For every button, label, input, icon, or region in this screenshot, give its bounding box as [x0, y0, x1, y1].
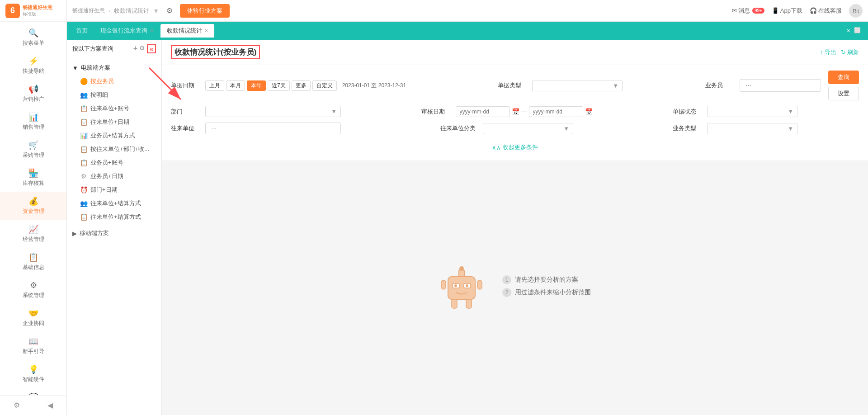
query-button[interactable]: 查询 — [828, 71, 859, 84]
scheme-unit-settlement1-icon: 👥 — [80, 200, 88, 207]
sidebar-item-inventory[interactable]: 🏪 库存核算 — [0, 164, 66, 192]
online-service-btn[interactable]: 🎧 在线客服 — [810, 7, 842, 15]
date-btn-7days[interactable]: 近7天 — [268, 80, 290, 91]
scheme-header-actions: + ⚙ « — [133, 44, 156, 53]
service-icon: 🎧 — [810, 7, 817, 14]
svg-rect-9 — [452, 299, 457, 308]
sidebar-item-search[interactable]: 🔍 搜索菜单 — [0, 24, 66, 52]
sidebar-item-guide[interactable]: 📖 新手引导 — [0, 332, 66, 360]
export-btn[interactable]: ↑ 导出 — [821, 48, 837, 57]
tab-collection[interactable]: 收款情况统计 × — [160, 24, 214, 38]
scheme-item-salesperson-settlement[interactable]: 📊 业务员+结算方式 — [67, 129, 161, 142]
counter-party-label: 往来单位 — [171, 124, 198, 132]
scheme-sales-settlement-icon: 📊 — [80, 132, 88, 139]
sidebar-item-hardware[interactable]: 💡 智能硬件 — [0, 360, 66, 388]
collapse-sidebar-btn[interactable]: ◀ — [47, 401, 53, 410]
basic-info-icon: 📋 — [28, 252, 38, 262]
sidebar-item-marketing[interactable]: 📢 营销推广 — [0, 80, 66, 108]
window-max-btn[interactable]: ⬜ — [854, 27, 861, 34]
svg-rect-8 — [477, 280, 482, 289]
sidebar-item-quick-nav[interactable]: ⚡ 快捷导航 — [0, 52, 66, 80]
download-icon: 📱 — [772, 7, 779, 14]
scheme-item-unit-date[interactable]: 📋 往来单位+日期 — [67, 115, 161, 129]
sidebar-item-purchase[interactable]: 🛒 采购管理 — [0, 136, 66, 164]
scheme-salesperson-account-icon: 📋 — [80, 159, 88, 166]
scheme-add-btn[interactable]: + — [133, 44, 137, 53]
review-date-to[interactable] — [529, 106, 583, 117]
scheme-unit-dept-icon: 📋 — [80, 146, 88, 153]
dept-label: 部门 — [171, 108, 198, 116]
refresh-btn[interactable]: ↻ 刷新 — [841, 48, 859, 57]
breadcrumb-dropdown[interactable]: ▼ — [153, 7, 159, 14]
scheme-item-unit-settlement1[interactable]: 👥 往来单位+结算方式 — [67, 197, 161, 210]
scheme-item-dept-date[interactable]: ⏰ 部门+日期 — [67, 183, 161, 197]
scheme-salesperson-date-icon: ⚙ — [80, 173, 88, 180]
message-icon: ✉ — [732, 7, 737, 14]
review-date-inputs: 📅 — 📅 — [456, 106, 593, 117]
salesperson-more-icon[interactable]: ··· — [745, 81, 751, 90]
counter-party-more[interactable]: ··· — [211, 125, 217, 132]
sidebar-item-basic-info[interactable]: 📋 基础信息 — [0, 248, 66, 276]
gear-btn[interactable]: ⚙ — [163, 4, 176, 18]
scheme-item-unit-dept[interactable]: 📋 按往来单位+部门+收... — [67, 142, 161, 156]
doc-type-arrow: ▼ — [613, 82, 618, 89]
sidebar-item-enterprise[interactable]: 🤝 企业协同 — [0, 304, 66, 332]
counter-party-select[interactable]: ··· — [205, 123, 341, 134]
dept-select[interactable]: ▼ — [205, 106, 341, 117]
sidebar-footer: ⚙ ◀ — [0, 395, 66, 415]
scheme-desktop-title[interactable]: ▼ 电脑端方案 — [67, 61, 161, 75]
scheme-item-salesperson-date[interactable]: ⚙ 业务员+日期 — [67, 170, 161, 183]
tab-bank-flow[interactable]: 现金银行流水查询 × — [94, 24, 160, 38]
scheme-item-unit-account[interactable]: 📋 往来单位+账号 — [67, 102, 161, 115]
topbar-icons: ✉ 消息 99+ 📱 App下载 🎧 在线客服 Rit — [732, 4, 863, 18]
sidebar-item-system[interactable]: ⚙ 系统管理 — [0, 276, 66, 304]
tab-collection-close[interactable]: × — [205, 28, 208, 34]
doc-status-label: 单据状态 — [673, 108, 700, 116]
settings-footer-btn[interactable]: ⚙ — [14, 401, 20, 410]
tab-bank-flow-close[interactable]: × — [150, 28, 153, 34]
salesperson-select[interactable]: ··· — [740, 79, 821, 92]
search-icon: 🔍 — [28, 28, 38, 38]
settings-button[interactable]: 设置 — [828, 87, 859, 100]
svg-rect-10 — [466, 299, 472, 308]
counter-party-type-label: 往来单位分类 — [440, 124, 476, 132]
scheme-collapse-btn[interactable]: « — [147, 44, 156, 53]
biz-type-select[interactable]: ▼ — [707, 123, 797, 134]
date-btn-this-year[interactable]: 本年 — [247, 80, 266, 91]
filter-panel: 单据日期 上月 本月 本年 近7天 更多 自定义 2023-01-01 至 20… — [162, 65, 868, 161]
doc-type-select[interactable]: ▼ — [532, 80, 623, 91]
date-btn-custom[interactable]: 自定义 — [312, 80, 337, 91]
svg-point-3 — [454, 284, 457, 287]
scheme-item-salesperson[interactable]: 🟠 按业务员 — [67, 75, 161, 88]
counter-party-type-select[interactable]: ▼ — [483, 123, 573, 134]
trial-btn[interactable]: 体验行业方案 — [180, 4, 230, 18]
action-buttons: 查询 设置 — [828, 71, 859, 100]
message-btn[interactable]: ✉ 消息 99+ — [732, 7, 764, 15]
scheme-item-salesperson-account[interactable]: 📋 业务员+账号 — [67, 156, 161, 170]
svg-point-4 — [466, 284, 468, 287]
date-btn-this-month[interactable]: 本月 — [226, 80, 245, 91]
scheme-settings-btn[interactable]: ⚙ — [139, 44, 145, 53]
doc-status-select[interactable]: ▼ — [707, 106, 797, 117]
app-download-btn[interactable]: 📱 App下载 — [772, 7, 802, 15]
sidebar-item-operation[interactable]: 📈 经营管理 — [0, 220, 66, 248]
sidebar-item-wechat[interactable]: 💬 企业微信 — [0, 388, 66, 395]
tab-home[interactable]: 首页 — [71, 24, 93, 38]
date-btn-more[interactable]: 更多 — [292, 80, 311, 91]
window-close-btn[interactable]: × — [847, 27, 850, 34]
collapse-up-icon: ∧∧ — [492, 144, 501, 151]
sidebar-item-finance[interactable]: 💰 资金管理 — [0, 192, 66, 220]
sidebar-item-sales[interactable]: 📊 销售管理 — [0, 108, 66, 136]
review-date-from[interactable] — [456, 106, 510, 117]
doc-status-arrow: ▼ — [788, 108, 793, 115]
scheme-mobile-group[interactable]: ▶ 移动端方案 — [67, 226, 161, 240]
date-btn-last-month[interactable]: 上月 — [205, 80, 224, 91]
user-avatar[interactable]: Rit — [849, 4, 863, 18]
scheme-item-unit-settlement2[interactable]: 📋 往来单位+结算方式 — [67, 210, 161, 224]
filter-row-2: 部门 ▼ 审核日期 📅 — 📅 — [171, 106, 859, 117]
collapse-filter-btn[interactable]: ∧∧ 收起更多条件 — [171, 140, 859, 155]
scheme-active-icon: 🟠 — [80, 78, 88, 85]
scheme-item-detail[interactable]: 👥 按明细 — [67, 88, 161, 102]
doc-type-label: 单据类型 — [498, 81, 525, 90]
content-area: 按以下方案查询 + ⚙ « ▼ 电脑端方案 🟠 按业务员 — [67, 40, 868, 415]
